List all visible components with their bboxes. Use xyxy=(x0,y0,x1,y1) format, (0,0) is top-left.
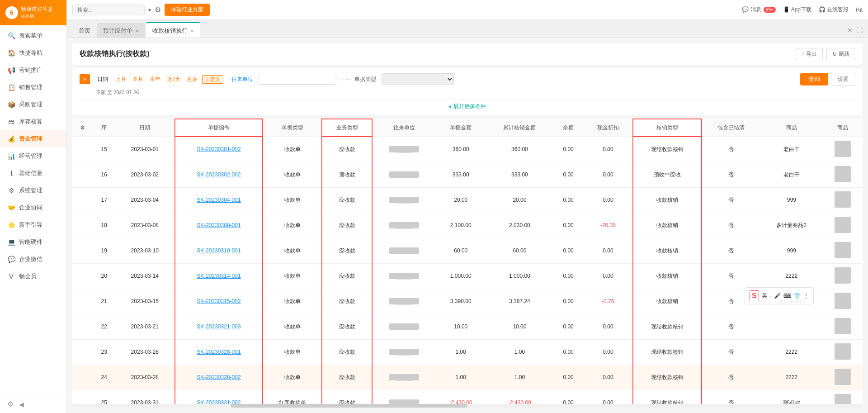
table-row: 20 2023-03-14 SK-20230314-001 收款单 应收款 ██… xyxy=(72,263,863,289)
tab-receipt-writeoff-close-icon[interactable]: ✕ xyxy=(190,28,194,33)
col-totalwriteoff-cell: 333.00 xyxy=(486,162,553,187)
col-no-cell: 15 xyxy=(93,137,115,162)
doc-no-link[interactable]: SK-20230304-001 xyxy=(197,197,241,203)
floating-toolbar[interactable]: S 英 · 🎤 ⌨ 👕 ⋮ xyxy=(745,287,814,304)
settings-icon[interactable]: ⚙ xyxy=(7,400,14,408)
col-settings-cell xyxy=(72,289,93,314)
operations-label: 经营管理 xyxy=(19,152,42,160)
date-custom-tag[interactable]: 自定义 xyxy=(202,75,223,84)
sidebar-item-wechat[interactable]: 💬企业微信 xyxy=(0,251,66,268)
doc-no-link[interactable]: SK-20230308-001 xyxy=(197,222,241,228)
toolbar-shirt-icon[interactable]: 👕 xyxy=(794,293,801,299)
doc-type-select[interactable] xyxy=(382,73,454,85)
col-no-cell: 16 xyxy=(93,162,115,187)
refresh-icon: ↻ xyxy=(832,51,837,57)
horizontal-scrollbar[interactable] xyxy=(72,404,863,408)
user-name[interactable]: Rit xyxy=(856,7,863,13)
topbar-gear-icon[interactable]: ⚙ xyxy=(155,5,161,14)
col-no-cell: 19 xyxy=(93,238,115,263)
toolbar-keyboard-icon[interactable]: ⌨ xyxy=(783,293,791,299)
collapse-icon[interactable]: ◀ xyxy=(19,401,24,408)
date-opt-this-year[interactable]: 本年 xyxy=(148,75,162,84)
col-biztype-header: 业务类型 xyxy=(322,119,372,137)
close-tab-icon[interactable]: ✕ xyxy=(847,27,853,34)
filter-settings-button[interactable]: 设置 xyxy=(831,73,855,85)
col-docno-cell: SK-20230331-002 xyxy=(175,390,263,404)
table-row: 24 2023-03-28 SK-20230328-002 收款单 应收款 ██… xyxy=(72,365,863,390)
sidebar-item-basic[interactable]: ℹ基础信息 xyxy=(0,165,66,182)
sidebar-item-sales[interactable]: 📋销售管理 xyxy=(0,79,66,96)
doc-no-link[interactable]: SK-20230321-003 xyxy=(197,323,241,330)
online-service-link[interactable]: 🎧 在线客服 xyxy=(819,6,849,14)
col-partner-cell: ████ xyxy=(372,339,435,365)
sidebar-item-hardware[interactable]: 💻智能硬件 xyxy=(0,233,66,251)
doc-no-link[interactable]: SK-20230328-001 xyxy=(197,349,241,355)
maximize-icon[interactable]: ⛶ xyxy=(856,27,863,34)
messages-section[interactable]: 💬 消息 99+ xyxy=(742,6,776,14)
tab-receipt-writeoff-label: 收款核销执行 xyxy=(152,27,188,35)
partner-input[interactable] xyxy=(259,74,336,85)
tab-receipt-writeoff[interactable]: 收款核销执行 ✕ xyxy=(146,22,200,38)
col-totalwriteoff-header: 累计核销金额 xyxy=(486,119,553,137)
col-date-cell: 2023-03-08 xyxy=(115,213,175,238)
col-settings-header[interactable]: ⚙ xyxy=(72,119,93,137)
col-balance-cell: 0.00 xyxy=(553,162,583,187)
sidebar-nav: 🔍搜索菜单🏠快捷导航📢营销推广📋销售管理📦采购管理🗃库存核算💰资金管理📊经营管理… xyxy=(0,25,66,395)
sidebar-item-vip[interactable]: V畅会员 xyxy=(0,268,66,285)
expand-more-conditions[interactable]: ▾ 展开更多条件 xyxy=(80,100,855,110)
col-date-cell: 2023-03-14 xyxy=(115,263,175,289)
query-button[interactable]: 查询 xyxy=(800,73,828,85)
sidebar-item-inventory[interactable]: 🗃库存核算 xyxy=(0,113,66,130)
toolbar-text-icon[interactable]: 英 xyxy=(762,292,767,300)
col-docamount-cell: 1,000.00 xyxy=(435,263,486,289)
sidebar-item-finance[interactable]: 💰资金管理 xyxy=(0,130,66,147)
table-scroll[interactable]: ⚙ 序 日期 单据编号 单据类型 业务类型 往来单位 单据金额 累计核销金额 余… xyxy=(72,119,863,404)
col-settings-cell xyxy=(72,365,93,390)
tab-pending-payment[interactable]: 预计应付单 ✕ xyxy=(97,23,145,38)
headset-icon: 🎧 xyxy=(819,6,826,13)
col-partner-cell: ████ xyxy=(372,238,435,263)
app-download-link[interactable]: 📱 App下载 xyxy=(783,6,811,14)
sidebar-item-system[interactable]: ⚙系统管理 xyxy=(0,182,66,199)
date-opt-this-month[interactable]: 本月 xyxy=(131,75,145,84)
doc-no-link[interactable]: SK-20230328-002 xyxy=(197,374,241,380)
table-row: 23 2023-03-28 SK-20230328-001 收款单 应收款 ██… xyxy=(72,339,863,365)
sidebar-item-cooperation[interactable]: 🤝企业协同 xyxy=(0,199,66,216)
doc-no-link[interactable]: SK-20230310-001 xyxy=(197,247,241,254)
doc-no-link[interactable]: SK-20230331-002 xyxy=(197,399,241,404)
filter-expand-button[interactable]: » xyxy=(80,74,90,84)
col-goods-cell: 2222 xyxy=(760,365,823,390)
sidebar-item-search-menu[interactable]: 🔍搜索菜单 xyxy=(0,27,66,44)
topbar-dropdown[interactable]: ▾ xyxy=(148,7,151,13)
col-cashdiscount-cell: 0.00 xyxy=(584,263,633,289)
col-includesettled-cell: 否 xyxy=(702,238,760,263)
col-docamount-cell: 1.00 xyxy=(435,339,486,365)
industry-solution-button[interactable]: 体验行业方案 xyxy=(165,4,210,16)
sidebar-item-quick-nav[interactable]: 🏠快捷导航 xyxy=(0,44,66,62)
tab-close-icon[interactable]: ✕ xyxy=(135,28,139,33)
export-button[interactable]: ↑ 导出 xyxy=(796,48,823,60)
toolbar-more-icon[interactable]: ⋮ xyxy=(803,293,809,299)
sidebar-item-guide[interactable]: 🌟新手引导 xyxy=(0,216,66,233)
col-goods2-cell xyxy=(823,314,863,339)
search-input[interactable] xyxy=(72,5,145,15)
col-partner-cell: ████ xyxy=(372,213,435,238)
sidebar-item-purchase[interactable]: 📦采购管理 xyxy=(0,96,66,113)
col-biztype-cell: 应收款 xyxy=(322,314,372,339)
page-actions: ↑ 导出 ↻ 刷新 xyxy=(796,48,855,60)
date-opt-7days[interactable]: 近7天 xyxy=(165,75,183,84)
doc-no-link[interactable]: SK-20230302-002 xyxy=(197,171,241,178)
sidebar-item-marketing[interactable]: 📢营销推广 xyxy=(0,62,66,79)
col-no-cell: 25 xyxy=(93,390,115,404)
date-opt-last-month[interactable]: 上月 xyxy=(113,75,128,84)
doc-no-link[interactable]: SK-20230315-002 xyxy=(197,298,241,304)
finance-label: 资金管理 xyxy=(19,135,42,143)
date-opt-more[interactable]: 更多 xyxy=(185,75,199,84)
sidebar-item-operations[interactable]: 📊经营管理 xyxy=(0,147,66,165)
messages-label: 消息 xyxy=(750,6,761,13)
tab-home[interactable]: 首页 xyxy=(72,23,97,38)
toolbar-mic-icon[interactable]: 🎤 xyxy=(774,293,781,299)
doc-no-link[interactable]: SK-20230301-002 xyxy=(197,146,241,152)
refresh-button[interactable]: ↻ 刷新 xyxy=(826,48,855,60)
doc-no-link[interactable]: SK-20230314-001 xyxy=(197,273,241,279)
